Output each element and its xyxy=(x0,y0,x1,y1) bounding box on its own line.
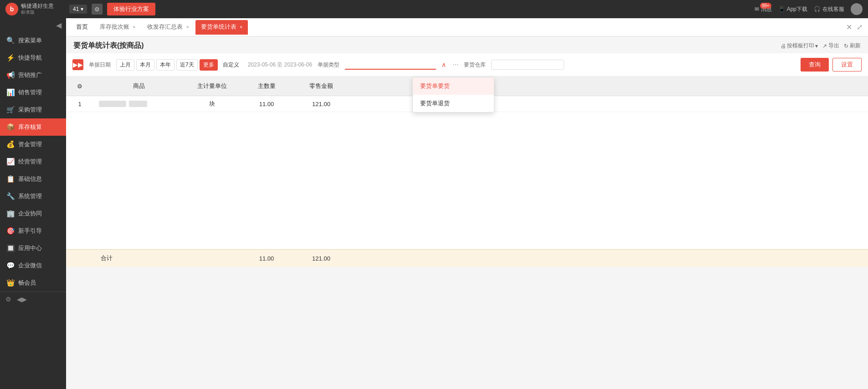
dropdown-item-order-goods[interactable]: 要货单要货 xyxy=(413,77,494,95)
print-button[interactable]: 🖨 按模板打印 ▾ xyxy=(781,42,818,50)
this-month-btn[interactable]: 本月 xyxy=(136,59,154,71)
more-filters-icon[interactable]: ··· xyxy=(452,61,458,69)
message-icon: ✉ xyxy=(755,6,759,12)
sidebar-item-label: 快捷导航 xyxy=(18,54,42,62)
crown-icon: 👑 xyxy=(6,279,15,287)
sidebar-item-shortcut[interactable]: ⚡ 快捷导航 xyxy=(0,49,66,67)
sidebar-item-label: 畅会员 xyxy=(18,279,36,287)
search-icon: 🔍 xyxy=(6,36,15,45)
refresh-label: 刷新 xyxy=(850,42,861,50)
tab-expand-icon[interactable]: ⤢ xyxy=(856,22,863,32)
row-amount: 121.00 xyxy=(294,97,349,111)
box-icon: 📦 xyxy=(6,123,15,131)
filter-bar: ▶▶ 单据日期 上月 本月 本年 近7天 更多 自定义 2023-05-06 至… xyxy=(66,53,868,77)
message-badge-item[interactable]: ✉ 消息 99+ xyxy=(755,5,772,13)
sidebar-item-label: 基础信息 xyxy=(18,175,42,183)
message-count-badge: 99+ xyxy=(760,3,771,9)
app-download-item[interactable]: 📱 App下载 xyxy=(778,5,807,13)
tab-order-stats[interactable]: 要货单统计表 × xyxy=(195,20,248,35)
tab-inventory-batch[interactable]: 库存批次账 × xyxy=(94,20,141,35)
page-title-bar: 要货单统计表(按商品) 🖨 按模板打印 ▾ ↗ 导出 ↻ 刷新 xyxy=(66,36,868,53)
last-7-days-btn[interactable]: 近7天 xyxy=(176,59,198,71)
filter-settings-button[interactable]: 设置 xyxy=(832,58,862,72)
trending-icon: 📈 xyxy=(6,158,15,166)
col-unit: 主计量单位 xyxy=(185,80,239,92)
user-avatar[interactable] xyxy=(851,3,863,15)
refresh-button[interactable]: ↻ 刷新 xyxy=(844,42,861,50)
type-filter-label: 单据类型 xyxy=(318,61,339,69)
sidebar-item-appstore[interactable]: 🔲 应用中心 xyxy=(0,240,66,257)
last-month-btn[interactable]: 上月 xyxy=(116,59,134,71)
top-header: b 畅捷通好生意 标准版 41 ▾ ⚙ 体验行业方案 ✉ 消息 99+ 📱 Ap… xyxy=(0,0,868,18)
sidebar-item-label: 新手引导 xyxy=(18,227,42,235)
sidebar-item-label: 应用中心 xyxy=(18,244,42,252)
settings-btn[interactable]: ⚙ xyxy=(92,4,103,15)
tab-inventory-batch-close[interactable]: × xyxy=(133,24,135,30)
tab-home[interactable]: 首页 xyxy=(71,20,93,35)
tab-order-stats-close[interactable]: × xyxy=(240,24,242,30)
sidebar-item-label: 系统管理 xyxy=(18,192,42,200)
product-placeholder xyxy=(99,101,126,107)
trial-button[interactable]: 体验行业方案 xyxy=(107,3,155,15)
tab-inventory-batch-label: 库存批次账 xyxy=(100,23,129,31)
date-range-display: 2023-05-06 至 2023-06-06 xyxy=(248,61,312,69)
phone-icon: 📱 xyxy=(778,6,785,12)
store-selector[interactable]: 41 ▾ xyxy=(69,5,87,14)
filter-expand-button[interactable]: ▶▶ xyxy=(72,59,83,70)
tab-receive-summary-close[interactable]: × xyxy=(186,24,189,30)
export-button[interactable]: ↗ 导出 xyxy=(822,42,839,50)
sidebar-item-system[interactable]: 🔧 系统管理 xyxy=(0,188,66,205)
dropdown-item-order-return[interactable]: 要货单退货 xyxy=(413,95,494,112)
store-name: 41 xyxy=(73,6,79,12)
header-right: ✉ 消息 99+ 📱 App下载 🎧 在线客服 xyxy=(755,3,863,15)
settings-bottom-icon[interactable]: ⚙ xyxy=(5,296,11,303)
sidebar-item-sales[interactable]: 📊 销售管理 xyxy=(0,84,66,101)
this-year-btn[interactable]: 本年 xyxy=(156,59,175,71)
col-settings-icon[interactable]: ⚙ xyxy=(66,80,93,92)
col-product: 商品 xyxy=(93,80,185,92)
print-chevron-icon: ▾ xyxy=(815,43,818,49)
tab-close-all-icon[interactable]: ✕ xyxy=(845,22,853,32)
sidebar-item-label: 企业微信 xyxy=(18,261,42,270)
wrench-icon: 🔧 xyxy=(6,192,15,200)
sidebar-item-purchase[interactable]: 🛒 采购管理 xyxy=(0,101,66,118)
sidebar-item-label: 经营管理 xyxy=(18,158,42,166)
footer-quantity: 11.00 xyxy=(239,251,294,266)
online-service-item[interactable]: 🎧 在线客服 xyxy=(814,5,844,13)
print-label: 按模板打印 xyxy=(787,42,814,50)
sidebar-item-finance[interactable]: 💰 资金管理 xyxy=(0,136,66,153)
type-filter-input[interactable] xyxy=(345,60,436,70)
warehouse-filter-input[interactable] xyxy=(491,60,564,70)
custom-date-btn[interactable]: 自定义 xyxy=(220,60,242,70)
more-dates-btn[interactable]: 更多 xyxy=(200,59,218,71)
sidebar-item-label: 营销推广 xyxy=(18,71,42,79)
clipboard-icon: 📋 xyxy=(6,175,15,183)
export-label: 导出 xyxy=(828,42,839,50)
tab-home-label: 首页 xyxy=(76,23,88,31)
sidebar-toggle[interactable]: ◀ xyxy=(0,18,66,32)
logo-area: b 畅捷通好生意 标准版 xyxy=(5,3,69,15)
sidebar-item-operations[interactable]: 📈 经营管理 xyxy=(0,153,66,170)
type-dropdown: 要货单要货 要货单退货 xyxy=(412,77,494,113)
sidebar-item-marketing[interactable]: 📢 营销推广 xyxy=(0,67,66,84)
sidebar-item-enterprise[interactable]: 🏢 企业协同 xyxy=(0,205,66,222)
cart-icon: 🛒 xyxy=(6,106,15,114)
chat-icon: 💬 xyxy=(6,261,15,270)
sidebar-item-guide[interactable]: 🎯 新手引导 xyxy=(0,222,66,240)
sidebar-item-wecom[interactable]: 💬 企业微信 xyxy=(0,257,66,274)
sidebar-item-basic[interactable]: 📋 基础信息 xyxy=(0,170,66,188)
sidebar-item-search[interactable]: 🔍 搜索菜单 xyxy=(0,32,66,49)
query-button[interactable]: 查询 xyxy=(801,58,829,72)
sidebar-item-label: 销售管理 xyxy=(18,88,42,97)
tab-receive-summary-label: 收发存汇总表 xyxy=(147,23,183,31)
tab-receive-summary[interactable]: 收发存汇总表 × xyxy=(142,20,194,35)
sidebar-item-inventory[interactable]: 📦 库存核算 xyxy=(0,118,66,136)
tab-order-stats-label: 要货单统计表 xyxy=(201,23,236,31)
sidebar-item-vip[interactable]: 👑 畅会员 xyxy=(0,274,66,292)
headset-icon: 🎧 xyxy=(814,6,821,12)
footer-unit-empty xyxy=(185,254,239,263)
table-spacer xyxy=(66,112,868,267)
collapse-icon[interactable]: ◀▶ xyxy=(17,296,27,303)
main-layout: ◀ 🔍 搜索菜单 ⚡ 快捷导航 📢 营销推广 📊 销售管理 🛒 采购管理 📦 库… xyxy=(0,18,868,389)
type-filter-arrow[interactable]: ∧ xyxy=(442,61,446,68)
